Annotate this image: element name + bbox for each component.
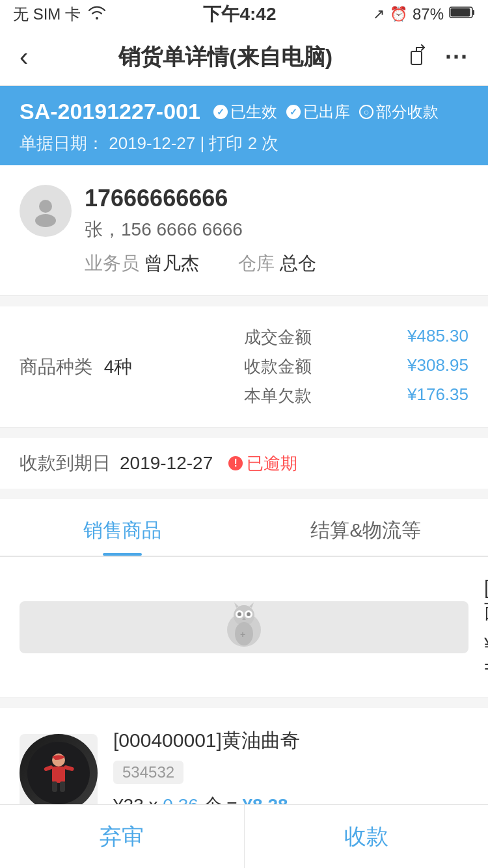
collection-value: ¥308.95 bbox=[407, 355, 468, 378]
svg-rect-19 bbox=[52, 766, 65, 783]
collect-payment-label: 收款 bbox=[344, 822, 388, 852]
overdue-exclamation-icon: ! bbox=[228, 456, 243, 470]
sales-meta: 业务员 曾凡杰 bbox=[85, 251, 199, 276]
avatar bbox=[20, 185, 72, 237]
overdue-section: 收款到期日 2019-12-27 ! 已逾期 bbox=[0, 438, 488, 489]
status-bar-left: 无 SIM 卡 bbox=[13, 4, 107, 25]
status-effected: ✓ 已生效 bbox=[213, 102, 277, 122]
clock-icon: ○ bbox=[359, 105, 373, 119]
status-bar-right: ↗ ⏰ 87% bbox=[373, 5, 475, 23]
alarm-icon: ⏰ bbox=[390, 6, 407, 23]
tab-sales-products[interactable]: 销售商品 bbox=[0, 499, 244, 556]
svg-marker-14 bbox=[249, 603, 254, 608]
overdue-date: 2019-12-27 bbox=[120, 453, 213, 474]
status-shipped: ✓ 已出库 bbox=[286, 102, 350, 122]
product-list: + [0000002]面包 ¥40 x 5 袋 = ¥199.99 bbox=[0, 557, 488, 838]
customer-section: 17666666666 张，156 6666 6666 业务员 曾凡杰 仓库 总… bbox=[0, 165, 488, 296]
overdue-text: 已逾期 bbox=[247, 452, 297, 475]
carrier-label: 无 SIM 卡 bbox=[13, 4, 81, 25]
date-label: 单据日期： bbox=[20, 133, 104, 153]
warehouse-label: 仓库 bbox=[238, 251, 275, 276]
check-icon-1: ✓ bbox=[213, 105, 228, 119]
cancel-review-button[interactable]: 弃审 bbox=[0, 805, 245, 868]
more-icon[interactable]: ··· bbox=[445, 44, 468, 71]
customer-name: 17666666666 bbox=[85, 185, 468, 212]
wifi-icon bbox=[87, 5, 107, 23]
product-type-value: 4种 bbox=[104, 357, 133, 377]
back-button[interactable]: ‹ bbox=[20, 36, 41, 78]
product-info-1: [0000002]面包 ¥40 x 5 袋 = ¥199.99 bbox=[484, 576, 488, 677]
sales-label: 业务员 bbox=[85, 251, 139, 276]
stats-left: 商品种类 4种 bbox=[20, 326, 244, 407]
print-count: 2 bbox=[248, 133, 257, 153]
svg-point-5 bbox=[35, 214, 56, 227]
svg-rect-21 bbox=[60, 781, 65, 792]
product-name-1: [0000002]面包 bbox=[484, 576, 488, 625]
svg-rect-3 bbox=[411, 51, 422, 64]
nav-bar: ‹ 销货单详情(来自电脑) ··· bbox=[0, 29, 488, 86]
customer-contact: 张，156 6666 6666 bbox=[85, 217, 468, 242]
stats-section: 商品种类 4种 成交金额 ¥485.30 收款金额 ¥308.95 本单欠款 ¥… bbox=[0, 306, 488, 427]
battery-label: 87% bbox=[413, 5, 444, 23]
tabs: 销售商品 结算&物流等 bbox=[0, 499, 488, 557]
deal-amount-row: 成交金额 ¥485.30 bbox=[244, 326, 468, 349]
overdue-label: 收款到期日 bbox=[20, 451, 111, 476]
status-partial-payment: ○ 部分收款 bbox=[359, 102, 439, 122]
svg-point-11 bbox=[247, 612, 251, 616]
debt-value: ¥176.35 bbox=[407, 385, 468, 407]
product-name-2: [000400001]黄油曲奇 bbox=[113, 727, 468, 754]
bottom-toolbar: 弃审 收款 bbox=[0, 804, 488, 868]
sales-name: 曾凡杰 bbox=[144, 251, 199, 276]
order-header: SA-20191227-001 ✓ 已生效 ✓ 已出库 ○ 部分收款 单据日期：… bbox=[0, 86, 488, 165]
nav-actions: ··· bbox=[410, 44, 468, 71]
product-item-1: + [0000002]面包 ¥40 x 5 袋 = ¥199.99 bbox=[0, 557, 488, 698]
product-type-item: 商品种类 4种 bbox=[20, 355, 244, 379]
print-suffix: 次 bbox=[262, 133, 278, 153]
svg-point-10 bbox=[237, 612, 241, 616]
status-badges: ✓ 已生效 ✓ 已出库 ○ 部分收款 bbox=[213, 102, 439, 122]
svg-text:+: + bbox=[240, 629, 245, 640]
share-icon[interactable] bbox=[410, 44, 432, 71]
svg-rect-20 bbox=[52, 781, 57, 792]
svg-rect-2 bbox=[450, 8, 470, 17]
collect-payment-button[interactable]: 收款 bbox=[245, 805, 489, 868]
debt-label: 本单欠款 bbox=[244, 385, 312, 407]
location-icon: ↗ bbox=[373, 6, 385, 23]
check-icon-2: ✓ bbox=[286, 105, 301, 119]
debt-row: 本单欠款 ¥176.35 bbox=[244, 385, 468, 407]
status-time: 下午4:42 bbox=[203, 2, 276, 27]
svg-rect-1 bbox=[472, 10, 474, 15]
svg-point-4 bbox=[39, 200, 52, 213]
customer-info: 17666666666 张，156 6666 6666 业务员 曾凡杰 仓库 总… bbox=[85, 185, 468, 276]
warehouse-meta: 仓库 总仓 bbox=[238, 251, 316, 276]
product-sku-2: 534532 bbox=[113, 761, 183, 784]
product-thumb-1: + bbox=[20, 601, 468, 653]
deal-amount-label: 成交金额 bbox=[244, 326, 312, 349]
order-id: SA-20191227-001 bbox=[20, 99, 200, 124]
order-date-row: 单据日期： 2019-12-27 | 打印 2 次 bbox=[20, 132, 468, 155]
customer-meta: 业务员 曾凡杰 仓库 总仓 bbox=[85, 251, 468, 276]
tab-settlement-logistics[interactable]: 结算&物流等 bbox=[244, 499, 488, 556]
collection-label: 收款金额 bbox=[244, 355, 312, 378]
status-bar: 无 SIM 卡 下午4:42 ↗ ⏰ 87% bbox=[0, 0, 488, 29]
deal-amount-value: ¥485.30 bbox=[407, 326, 468, 349]
print-label: | 打印 bbox=[200, 133, 243, 153]
collection-row: 收款金额 ¥308.95 bbox=[244, 355, 468, 378]
product-thumb-2 bbox=[20, 734, 98, 812]
page-title: 销货单详情(来自电脑) bbox=[41, 42, 410, 72]
cancel-review-label: 弃审 bbox=[100, 822, 144, 852]
order-date: 2019-12-27 bbox=[109, 133, 195, 153]
product-type-label: 商品种类 bbox=[20, 357, 92, 377]
product-price-1: ¥40 x 5 袋 = ¥199.99 bbox=[484, 632, 488, 677]
warehouse-name: 总仓 bbox=[280, 251, 316, 276]
stats-right: 成交金额 ¥485.30 收款金额 ¥308.95 本单欠款 ¥176.35 bbox=[244, 326, 468, 407]
battery-icon bbox=[449, 5, 475, 23]
svg-marker-13 bbox=[234, 603, 239, 608]
overdue-badge: ! 已逾期 bbox=[228, 452, 297, 475]
